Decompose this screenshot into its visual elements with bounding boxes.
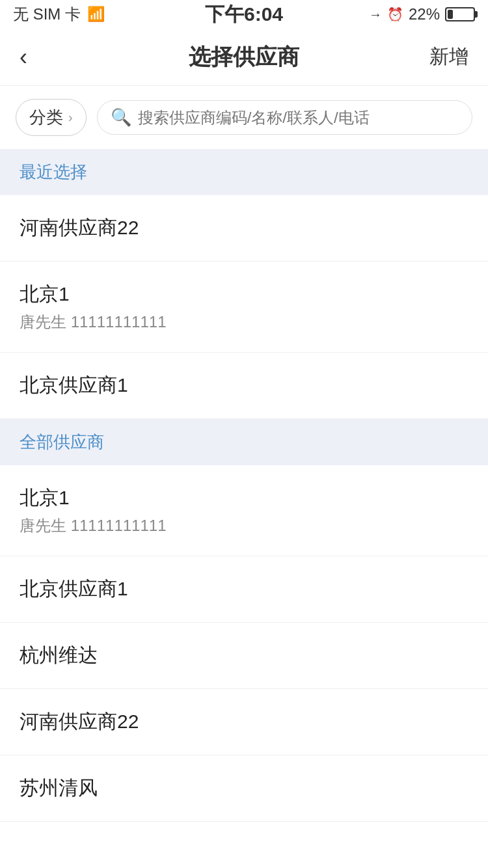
item-name: 苏州清风 bbox=[20, 775, 468, 802]
recent-section-label: 最近选择 bbox=[20, 162, 87, 182]
category-label: 分类 bbox=[29, 106, 63, 129]
nav-bar: ‹ 选择供应商 新增 bbox=[0, 29, 488, 86]
location-icon: → bbox=[369, 7, 382, 22]
search-icon: 🔍 bbox=[111, 107, 131, 128]
search-input[interactable] bbox=[138, 109, 459, 127]
status-right: → ⏰ 22% bbox=[369, 5, 475, 23]
all-list-item[interactable]: 河南供应商22 bbox=[0, 689, 488, 755]
wifi-icon: 📶 bbox=[87, 6, 105, 23]
item-name: 河南供应商22 bbox=[20, 709, 468, 735]
page-title: 选择供应商 bbox=[189, 42, 299, 72]
category-button[interactable]: 分类 › bbox=[16, 99, 87, 136]
all-list-item[interactable]: 北京1唐先生 11111111111 bbox=[0, 465, 488, 556]
alarm-icon: ⏰ bbox=[387, 7, 403, 22]
item-name: 北京供应商1 bbox=[20, 576, 468, 603]
no-sim-text: 无 SIM 卡 bbox=[13, 4, 81, 25]
search-bar[interactable]: 🔍 bbox=[97, 100, 472, 135]
item-name: 河南供应商22 bbox=[20, 215, 468, 241]
all-section-label: 全部供应商 bbox=[20, 432, 104, 452]
battery-percent: 22% bbox=[409, 5, 440, 23]
recent-list-item[interactable]: 北京供应商1 bbox=[0, 353, 488, 419]
item-name: 北京供应商1 bbox=[20, 372, 468, 399]
back-button[interactable]: ‹ bbox=[20, 44, 59, 71]
all-list-item[interactable]: 北京供应商1 bbox=[0, 556, 488, 623]
chevron-right-icon: › bbox=[68, 110, 73, 125]
status-bar: 无 SIM 卡 📶 下午6:04 → ⏰ 22% bbox=[0, 0, 488, 29]
recent-list-item[interactable]: 河南供应商22 bbox=[0, 195, 488, 262]
item-name: 北京1 bbox=[20, 485, 468, 511]
battery-icon bbox=[445, 7, 475, 21]
all-section-header: 全部供应商 bbox=[0, 419, 488, 465]
recent-list: 河南供应商22北京1唐先生 11111111111北京供应商1 bbox=[0, 195, 488, 419]
add-button[interactable]: 新增 bbox=[429, 44, 468, 70]
recent-section-header: 最近选择 bbox=[0, 149, 488, 195]
all-list-item[interactable]: 杭州维达 bbox=[0, 623, 488, 689]
status-left: 无 SIM 卡 📶 bbox=[13, 4, 105, 25]
filter-bar: 分类 › 🔍 bbox=[0, 86, 488, 149]
all-list-item[interactable]: 苏州清风 bbox=[0, 755, 488, 822]
all-list: 北京1唐先生 11111111111北京供应商1杭州维达河南供应商22苏州清风 bbox=[0, 465, 488, 822]
item-name: 杭州维达 bbox=[20, 642, 468, 669]
status-time: 下午6:04 bbox=[205, 1, 283, 28]
item-name: 北京1 bbox=[20, 281, 468, 308]
item-sub: 唐先生 11111111111 bbox=[20, 515, 468, 536]
item-sub: 唐先生 11111111111 bbox=[20, 312, 468, 332]
recent-list-item[interactable]: 北京1唐先生 11111111111 bbox=[0, 262, 488, 353]
